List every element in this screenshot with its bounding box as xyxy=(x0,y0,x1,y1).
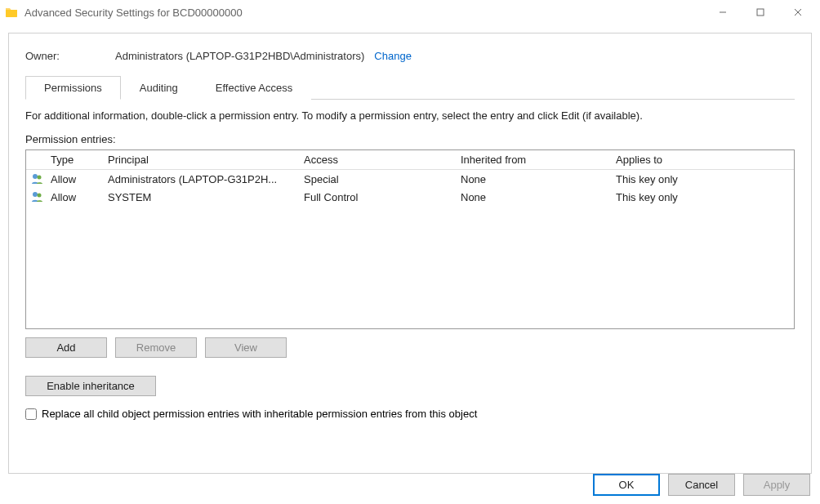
titlebar: Advanced Security Settings for BCD000000… xyxy=(0,0,820,25)
permission-table: Type Principal Access Inherited from App… xyxy=(25,149,795,329)
cell-type: Allow xyxy=(51,191,108,203)
cell-principal: SYSTEM xyxy=(108,191,304,203)
view-button[interactable]: View xyxy=(205,337,287,358)
replace-checkbox-row: Replace all child object permission entr… xyxy=(25,408,795,420)
owner-value: Administrators (LAPTOP-G31P2HBD\Administ… xyxy=(115,50,364,62)
cell-type: Allow xyxy=(51,173,108,185)
cancel-button[interactable]: Cancel xyxy=(668,474,735,496)
change-owner-link[interactable]: Change xyxy=(374,50,412,62)
svg-point-4 xyxy=(33,174,38,179)
ok-button[interactable]: OK xyxy=(593,474,660,496)
window-title: Advanced Security Settings for BCD000000… xyxy=(25,7,704,19)
info-text: For additional information, double-click… xyxy=(25,109,795,122)
svg-point-5 xyxy=(38,176,42,180)
inheritance-row: Enable inheritance xyxy=(25,376,795,396)
cell-access: Special xyxy=(304,173,461,185)
replace-checkbox[interactable] xyxy=(25,408,37,420)
cell-access: Full Control xyxy=(304,191,461,203)
cell-applies: This key only xyxy=(616,191,794,203)
table-row[interactable]: Allow SYSTEM Full Control None This key … xyxy=(26,188,794,206)
cell-inherited: None xyxy=(461,173,616,185)
content-frame: Owner: Administrators (LAPTOP-G31P2HBD\A… xyxy=(8,33,812,474)
apply-button[interactable]: Apply xyxy=(743,474,810,496)
tab-auditing[interactable]: Auditing xyxy=(121,76,197,100)
table-header: Type Principal Access Inherited from App… xyxy=(26,150,794,170)
header-access[interactable]: Access xyxy=(304,154,461,166)
replace-checkbox-label: Replace all child object permission entr… xyxy=(42,408,477,420)
cell-principal: Administrators (LAPTOP-G31P2H... xyxy=(108,173,304,185)
tab-strip: Permissions Auditing Effective Access xyxy=(25,75,795,100)
folder-icon xyxy=(5,6,18,19)
svg-point-6 xyxy=(33,192,38,197)
header-principal[interactable]: Principal xyxy=(108,154,304,166)
minimize-button[interactable] xyxy=(704,0,742,25)
add-button[interactable]: Add xyxy=(25,337,107,358)
dialog-footer: OK Cancel Apply xyxy=(593,474,810,496)
owner-label: Owner: xyxy=(25,50,115,62)
header-type[interactable]: Type xyxy=(51,154,108,166)
tab-effective-access[interactable]: Effective Access xyxy=(197,76,311,100)
owner-row: Owner: Administrators (LAPTOP-G31P2HBD\A… xyxy=(25,50,795,62)
close-button[interactable] xyxy=(779,0,817,25)
users-icon xyxy=(31,190,44,203)
remove-button[interactable]: Remove xyxy=(115,337,197,358)
header-inherited[interactable]: Inherited from xyxy=(461,154,616,166)
users-icon xyxy=(31,172,44,185)
svg-point-7 xyxy=(38,194,42,198)
header-applies[interactable]: Applies to xyxy=(616,154,794,166)
cell-applies: This key only xyxy=(616,173,794,185)
tab-permissions[interactable]: Permissions xyxy=(25,76,121,100)
table-row[interactable]: Allow Administrators (LAPTOP-G31P2H... S… xyxy=(26,170,794,188)
permission-entries-label: Permission entries: xyxy=(25,133,795,145)
maximize-button[interactable] xyxy=(742,0,779,25)
enable-inheritance-button[interactable]: Enable inheritance xyxy=(25,376,156,396)
entry-button-row: Add Remove View xyxy=(25,337,795,358)
cell-inherited: None xyxy=(461,191,616,203)
svg-rect-1 xyxy=(757,9,764,16)
